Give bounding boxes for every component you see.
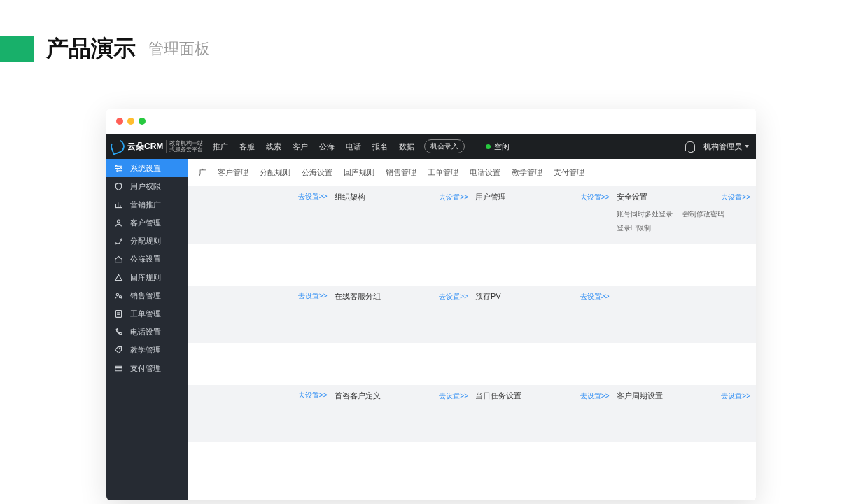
card-title: 客户周期设置 <box>617 391 663 401</box>
window-titlebar <box>106 108 756 134</box>
sidebar-item-label: 支付管理 <box>130 363 161 374</box>
go-settings-link[interactable]: 去设置>> <box>439 192 468 202</box>
card-0-0: 去设置>> <box>193 192 328 238</box>
sidebar-item-label: 回库规则 <box>130 272 161 283</box>
go-settings-link[interactable]: 去设置>> <box>298 291 328 301</box>
sidebar-item-label: 分配规则 <box>130 236 161 246</box>
nav-item-0[interactable]: 推广 <box>207 134 234 159</box>
triangle-icon <box>113 272 123 282</box>
card-title: 组织架构 <box>335 192 365 202</box>
maximize-dot-icon[interactable] <box>139 118 146 125</box>
nav-item-3[interactable]: 客户 <box>287 134 314 159</box>
card-0-2: 用户管理去设置>> <box>475 192 610 238</box>
minimize-dot-icon[interactable] <box>127 118 134 125</box>
page-title: 产品演示 <box>46 34 136 64</box>
svg-line-15 <box>121 298 122 298</box>
doc-icon <box>113 309 123 318</box>
card-1-1: 在线客服分组去设置>> <box>335 291 469 337</box>
sidebar-item-1[interactable]: 用户权限 <box>106 177 188 195</box>
nav-item-5[interactable]: 电话 <box>340 134 367 159</box>
accent-block <box>0 36 34 62</box>
go-settings-link[interactable]: 去设置>> <box>439 292 468 302</box>
sidebar-item-0[interactable]: 系统设置 <box>106 159 188 177</box>
section-2: 去设置>>首咨客户定义去设置>>当日任务设置去设置>>客户周期设置去设置>> <box>188 385 756 442</box>
go-settings-link[interactable]: 去设置>> <box>580 391 610 401</box>
go-settings-link[interactable]: 去设置>> <box>298 391 328 400</box>
nav-item-2[interactable]: 线索 <box>260 134 287 159</box>
card-0-3: 安全设置去设置>>账号同时多处登录强制修改密码登录IP限制 <box>617 192 751 238</box>
page-heading: 产品演示 管理面板 <box>0 34 210 64</box>
svg-point-13 <box>116 293 118 295</box>
sidebar-item-label: 系统设置 <box>130 163 161 174</box>
sidebar-item-label: 电话设置 <box>130 327 161 337</box>
sidebar-item-7[interactable]: 销售管理 <box>106 286 188 304</box>
status-dot-icon <box>486 144 491 149</box>
flow-icon <box>113 236 123 246</box>
tab-0[interactable]: 广 <box>193 164 212 181</box>
sidebar: 系统设置用户权限营销推广客户管理分配规则公海设置回库规则销售管理工单管理电话设置… <box>106 159 188 500</box>
nav-item-4[interactable]: 公海 <box>314 134 340 159</box>
shield-icon <box>113 181 123 191</box>
tab-1[interactable]: 客户管理 <box>212 164 254 181</box>
bell-icon[interactable] <box>685 141 695 151</box>
sidebar-item-label: 公海设置 <box>130 254 161 265</box>
tab-4[interactable]: 回库规则 <box>338 164 380 181</box>
card-1-0: 去设置>> <box>193 291 328 337</box>
tab-row: 广客户管理分配规则公海设置回库规则销售管理工单管理电话设置教学管理支付管理 <box>188 159 756 186</box>
sidebar-item-5[interactable]: 公海设置 <box>106 250 188 268</box>
tag-icon <box>113 345 123 355</box>
card-1-2: 预存PV去设置>> <box>475 291 610 337</box>
tab-9[interactable]: 支付管理 <box>548 164 590 181</box>
svg-rect-16 <box>115 310 121 317</box>
card-body-item: 登录IP限制 <box>617 223 651 233</box>
sidebar-item-label: 营销推广 <box>130 200 161 210</box>
nav-item-7[interactable]: 数据 <box>393 134 420 159</box>
close-dot-icon[interactable] <box>116 118 123 125</box>
sidebar-item-9[interactable]: 电话设置 <box>106 323 188 341</box>
phone-icon <box>113 327 123 337</box>
card-2-1: 首咨客户定义去设置>> <box>335 391 469 437</box>
logo-text: 云朵CRM <box>127 141 163 153</box>
sidebar-item-6[interactable]: 回库规则 <box>106 268 188 286</box>
section-1: 去设置>>在线客服分组去设置>>预存PV去设置>> <box>188 286 756 343</box>
svg-point-2 <box>120 167 121 169</box>
card-0-1: 组织架构去设置>> <box>335 192 469 238</box>
tab-8[interactable]: 教学管理 <box>506 164 548 181</box>
app-window: 云朵CRM 教育机构一站 式服务云平台 推广客服线索客户公海电话报名数据 机会录… <box>106 108 756 500</box>
svg-point-4 <box>116 169 118 171</box>
card-title: 安全设置 <box>617 192 648 202</box>
sidebar-item-10[interactable]: 教学管理 <box>106 341 188 359</box>
sidebar-item-3[interactable]: 客户管理 <box>106 214 188 232</box>
go-settings-link[interactable]: 去设置>> <box>580 292 610 302</box>
sidebar-item-2[interactable]: 营销推广 <box>106 195 188 214</box>
go-settings-link[interactable]: 去设置>> <box>721 192 750 202</box>
card-icon <box>113 363 123 373</box>
nav-item-1[interactable]: 客服 <box>234 134 260 159</box>
status-indicator[interactable]: 空闲 <box>486 141 510 152</box>
user-icon <box>113 218 123 227</box>
tab-7[interactable]: 电话设置 <box>464 164 506 181</box>
card-title: 当日任务设置 <box>475 391 522 401</box>
user-menu[interactable]: 机构管理员 <box>704 141 749 152</box>
card-body-item: 强制修改密码 <box>682 209 724 219</box>
go-settings-link[interactable]: 去设置>> <box>439 391 468 401</box>
go-settings-link[interactable]: 去设置>> <box>721 391 750 401</box>
logo[interactable]: 云朵CRM 教育机构一站 式服务云平台 <box>106 134 207 159</box>
card-2-0: 去设置>> <box>193 391 328 437</box>
sidebar-item-11[interactable]: 支付管理 <box>106 359 188 377</box>
tab-3[interactable]: 公海设置 <box>296 164 338 181</box>
record-entry-button[interactable]: 机会录入 <box>424 139 465 153</box>
sidebar-item-label: 销售管理 <box>130 290 161 301</box>
card-title: 预存PV <box>475 291 501 302</box>
go-settings-link[interactable]: 去设置>> <box>580 192 610 202</box>
tab-5[interactable]: 销售管理 <box>380 164 422 181</box>
user-label: 机构管理员 <box>704 141 742 152</box>
tab-6[interactable]: 工单管理 <box>422 164 464 181</box>
sidebar-item-8[interactable]: 工单管理 <box>106 304 188 323</box>
nav-item-6[interactable]: 报名 <box>367 134 393 159</box>
go-settings-link[interactable]: 去设置>> <box>298 192 328 202</box>
sidebar-item-4[interactable]: 分配规则 <box>106 232 188 250</box>
sidebar-item-label: 教学管理 <box>130 345 161 356</box>
tab-2[interactable]: 分配规则 <box>254 164 296 181</box>
svg-point-12 <box>120 239 122 240</box>
